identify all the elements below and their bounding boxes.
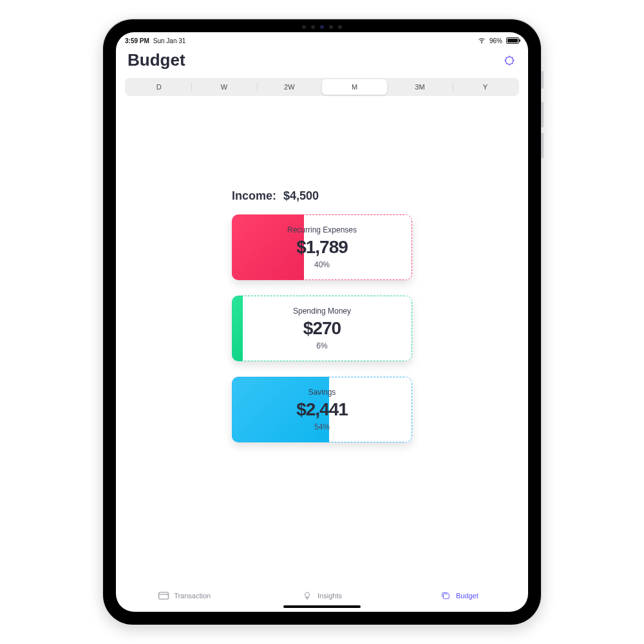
income-summary: Income: $4,500 — [232, 189, 412, 203]
card-amount: $270 — [303, 318, 341, 339]
card-pct: 54% — [314, 422, 330, 431]
segment-2w[interactable]: 2W — [257, 79, 322, 95]
card-savings[interactable]: Savings $2,441 54% — [232, 377, 412, 442]
segment-label: W — [221, 83, 227, 91]
card-amount: $1,789 — [296, 237, 348, 258]
card-label: Savings — [308, 388, 336, 397]
device-power-button — [541, 71, 544, 89]
card-amount: $2,441 — [296, 399, 348, 420]
header: Budget — [116, 46, 528, 77]
svg-rect-4 — [443, 594, 449, 599]
tab-label: Transaction — [174, 592, 211, 600]
stack-icon — [440, 591, 451, 600]
battery-icon — [506, 37, 519, 44]
card-recurring-expenses[interactable]: Recurring Expenses $1,789 40% — [232, 214, 412, 280]
svg-rect-2 — [159, 592, 169, 600]
segment-3m[interactable]: 3M — [387, 79, 452, 95]
card-label: Recurring Expenses — [287, 225, 357, 234]
device-volume-down — [541, 133, 544, 158]
segment-label: 2W — [284, 83, 295, 91]
main-content: Income: $4,500 Recurring Expenses $1,789… — [116, 96, 528, 580]
tab-transaction[interactable]: Transaction — [116, 580, 253, 612]
segment-label: 3M — [415, 83, 424, 91]
settings-button[interactable] — [502, 53, 516, 68]
card-label: Spending Money — [293, 307, 351, 316]
tab-label: Insights — [317, 592, 342, 600]
card-content: Recurring Expenses $1,789 40% — [232, 214, 412, 280]
period-segmented-control[interactable]: D W 2W M 3M Y — [125, 78, 519, 96]
device-sensor-cluster — [103, 25, 541, 29]
income-label: Income: — [232, 189, 276, 202]
segment-y[interactable]: Y — [453, 79, 518, 95]
card-spending-money[interactable]: Spending Money $270 6% — [232, 296, 412, 361]
device-volume-up — [541, 102, 544, 128]
svg-point-0 — [481, 43, 482, 43]
home-indicator[interactable] — [283, 605, 361, 608]
segment-label: D — [156, 83, 162, 91]
wifi-icon — [478, 37, 486, 44]
card-pct: 6% — [316, 341, 327, 350]
segment-w[interactable]: W — [191, 79, 256, 95]
tab-budget[interactable]: Budget — [391, 580, 528, 612]
page-title: Budget — [128, 50, 185, 70]
card-content: Spending Money $270 6% — [232, 296, 412, 361]
card-pct: 40% — [314, 260, 330, 269]
segment-label: Y — [483, 83, 488, 91]
screen: 3:59 PM Sun Jan 31 96% Budget — [116, 32, 528, 612]
segment-d[interactable]: D — [126, 79, 191, 95]
svg-point-1 — [506, 57, 513, 64]
gear-icon — [503, 54, 516, 67]
ipad-frame: 3:59 PM Sun Jan 31 96% Budget — [103, 19, 541, 625]
card-icon — [158, 591, 169, 600]
tab-label: Budget — [456, 592, 478, 600]
segment-label: M — [352, 83, 357, 91]
segment-m[interactable]: M — [322, 79, 387, 95]
status-time: 3:59 PM — [125, 37, 149, 44]
card-content: Savings $2,441 54% — [232, 377, 412, 442]
income-value: $4,500 — [283, 189, 319, 203]
status-bar: 3:59 PM Sun Jan 31 96% — [116, 32, 528, 46]
bulb-icon — [302, 591, 312, 600]
battery-pct: 96% — [489, 37, 502, 44]
status-date: Sun Jan 31 — [153, 37, 186, 44]
